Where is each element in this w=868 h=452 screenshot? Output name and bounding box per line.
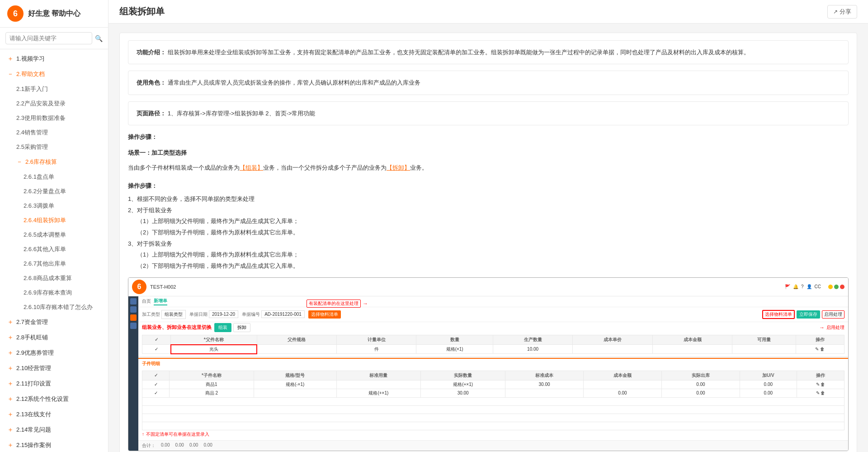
table-row <box>142 405 844 414</box>
sidebar-sub-item-other-in[interactable]: 2.6.6其他入库单 <box>0 242 108 257</box>
cell-uv: 0.00 <box>740 389 797 397</box>
type-value: 组装类型 <box>161 310 186 319</box>
sidebar-sub-item-install[interactable]: 2.2产品安装及登录 <box>0 96 108 111</box>
scenario1-title: 场景一：加工类型选择 <box>128 147 849 159</box>
expand-icon: ＋ <box>7 349 14 357</box>
col-unit: 计量单位 <box>336 335 416 345</box>
col-child-name: *子件名称 <box>170 371 254 380</box>
sidebar-item-label: 2.10经营管理 <box>16 364 51 372</box>
sidebar-item-custom[interactable]: ＋ 2.12系统个性化设置 <box>0 391 108 407</box>
app-title-text: TEST-H002 <box>150 284 176 290</box>
parent-table: ✓ *父件名称 父件规格 计量单位 数量 生产数量 成本单价 成本金额 可用量 <box>142 335 844 354</box>
arrow-icon: → <box>363 300 368 307</box>
sidebar-sub-item-other-out[interactable]: 2.6.7其他出库单 <box>0 257 108 271</box>
confirm-area: 选择物料清单 立即保存 启用处理 <box>762 310 844 319</box>
content-body: 功能介绍： 组装拆卸单用来处理企业组装或拆卸等加工业务，支持有固定装配清单的产品… <box>119 33 857 452</box>
app-main-area: 自页 新增单 加工类型 组装类型 单据日期 <box>138 296 848 451</box>
sidebar-sub-item-ledger-fix[interactable]: 2.6.10库存账本错了怎么办 <box>0 300 108 314</box>
sidebar-item-mobile[interactable]: ＋ 2.8手机旺铺 <box>0 330 108 345</box>
cell-child-name: 商品1 <box>170 380 254 389</box>
child-section-label: 子件明细 <box>142 361 160 366</box>
step2-sub2: （2）下部明细为子件明细，最终作为原材料生成其它出库单。 <box>128 227 849 238</box>
cell-cost-price <box>573 345 652 354</box>
main-content: 组装拆卸单 ↗ 分享 功能介绍： 组装拆卸单用来处理企业组装或拆卸等加工业务，支… <box>108 0 868 452</box>
app-icon-user: 👤 <box>807 284 812 289</box>
sidebar-item-label: 2.9优惠券管理 <box>16 349 54 357</box>
app-icon-cc: CC <box>815 284 821 289</box>
sidebar-sub-item-newbie[interactable]: 2.1新手入门 <box>0 82 108 96</box>
close-icon <box>840 285 844 289</box>
enable-btn: 启用处理 <box>822 310 844 319</box>
expand-icon: ＋ <box>7 410 14 419</box>
sidebar-sub-item-partial-stock[interactable]: 2.6.2分量盘点单 <box>0 184 108 199</box>
step1: 1、根据不同的业务，选择不同单据的类型来处理 <box>128 194 849 205</box>
sidebar-item-label: 2.12系统个性化设置 <box>16 395 69 403</box>
col-available: 可用量 <box>732 335 796 345</box>
bottom-annotation-area: ↑ 不固定清单可在单据在这里录入 <box>142 430 844 438</box>
search-input[interactable] <box>5 32 92 44</box>
sidebar-sub-item-data-prep[interactable]: 2.3使用前数据准备 <box>0 111 108 125</box>
minimize-icon <box>828 285 833 289</box>
expand-icon: ＋ <box>7 55 14 63</box>
highlight-assembly: 【组装】 <box>240 164 263 171</box>
form-date-field: 单据日期 2019-12-20 <box>189 310 238 318</box>
sidebar-item-inventory[interactable]: － 2.6库存核算 <box>0 154 108 170</box>
sidebar-sub-item-stocktake[interactable]: 2.6.1盘点单 <box>0 170 108 184</box>
role-text: 通常由生产人员或库管人员完成折装业务的操作，库管人员确认原材料的出库和产成品的入… <box>168 79 420 86</box>
share-button[interactable]: ↗ 分享 <box>827 5 857 19</box>
bottom-annotation-text: 不固定清单可在单据在这里录入 <box>146 431 209 438</box>
col-actual-qty: 实际数量 <box>421 371 505 380</box>
switch-annotation: 组装业务、拆卸业务在这里切换 <box>142 324 212 331</box>
no-value: AD-20191220-001 <box>261 310 305 318</box>
child-section-label-area: 子件明细 <box>138 358 848 369</box>
footer-val3: 0.00 <box>189 442 198 449</box>
app-logo: 6 <box>132 280 146 294</box>
app-screenshot: 6 TEST-H002 🚩 🔔 ? 👤 CC <box>128 277 849 451</box>
path-label: 页面路径： <box>137 110 166 117</box>
sidebar-item-cases[interactable]: ＋ 2.15操作案例 <box>0 438 108 452</box>
child-table: ✓ *子件名称 规格/型号 标准用量 实际数量 标准成本 成本金额 实际出库 加 <box>142 371 844 430</box>
logo-icon: 6 <box>7 5 24 22</box>
sidebar-item-label: 1.视频学习 <box>16 55 45 63</box>
sidebar-sub-item-cost-adjust[interactable]: 2.6.5成本调整单 <box>0 228 108 242</box>
sidebar-sub-item-assembly[interactable]: 2.6.4组装拆卸单 <box>0 213 108 228</box>
sidebar-item-finance[interactable]: ＋ 2.7资金管理 <box>0 314 108 330</box>
sidebar-item-docs[interactable]: － 2.帮助文档 <box>0 67 108 82</box>
app-left-sidebar <box>128 296 138 451</box>
sidebar-sub-item-sales[interactable]: 2.4销售管理 <box>0 125 108 140</box>
bom-select-button[interactable]: 选择物料清单 <box>308 310 341 319</box>
bom-annotation-text: 有装配清单的在这里处理 <box>307 300 361 308</box>
save-button[interactable]: 立即保存 <box>797 310 820 319</box>
col-checkbox: ✓ <box>142 335 171 345</box>
sidebar-item-print[interactable]: ＋ 2.11打印设置 <box>0 376 108 391</box>
cell-child-spec: 规格(-×1) <box>254 380 336 389</box>
sidebar-item-payment[interactable]: ＋ 2.13在线支付 <box>0 407 108 422</box>
sidebar-sub-item-ledger[interactable]: 2.6.9库存账本查询 <box>0 285 108 300</box>
sidebar-icon-4 <box>130 323 137 329</box>
intro-block: 功能介绍： 组装拆卸单用来处理企业组装或拆卸等加工业务，支持有固定装配清单的产品… <box>128 40 849 64</box>
date-label: 单据日期 <box>189 311 208 318</box>
sidebar-item-label: 2.6库存核算 <box>25 158 57 166</box>
step3: 3、对于拆装业务 <box>128 238 849 250</box>
sidebar-sub-item-transfer[interactable]: 2.6.3调拨单 <box>0 199 108 213</box>
sidebar-sub-item-purchase[interactable]: 2.5采购管理 <box>0 140 108 154</box>
page-title: 组装拆卸单 <box>119 5 165 18</box>
step3-sub1: （1）上部明细为父件明细，最终作为原材料生成其它出库单； <box>128 249 849 261</box>
search-icon[interactable]: 🔍 <box>95 35 103 42</box>
sidebar-icon-1 <box>130 298 137 305</box>
sidebar-item-video[interactable]: ＋ 1.视频学习 <box>0 51 108 67</box>
sidebar-item-faq[interactable]: ＋ 2.14常见问题 <box>0 422 108 438</box>
sidebar-sub-item-cost-recalc[interactable]: 2.6.8商品成本重算 <box>0 271 108 285</box>
assembly-btn[interactable]: 组装 <box>214 323 231 332</box>
disassembly-btn[interactable]: 拆卸 <box>233 323 250 332</box>
sidebar-item-coupon[interactable]: ＋ 2.9优惠券管理 <box>0 345 108 361</box>
col-child-spec: 规格/型号 <box>254 371 336 380</box>
sidebar-item-ops[interactable]: ＋ 2.10经营管理 <box>0 361 108 376</box>
app-footer: 合计： 0.00 0.00 0.00 0.00 <box>138 440 848 451</box>
app-form-area: 加工类型 组装类型 单据日期 2019-12-20 单据编号 AD-201912… <box>138 307 848 322</box>
cell-actual-qty: 30.00 <box>421 389 505 397</box>
step2-sub1: （1）上部明细为父件明细，最终作为产成品生成其它入库单； <box>128 216 849 227</box>
table-row <box>142 422 844 430</box>
highlight-disassembly: 【拆卸】 <box>387 164 410 171</box>
sidebar-header: 6 好生意 帮助中心 <box>0 0 108 28</box>
